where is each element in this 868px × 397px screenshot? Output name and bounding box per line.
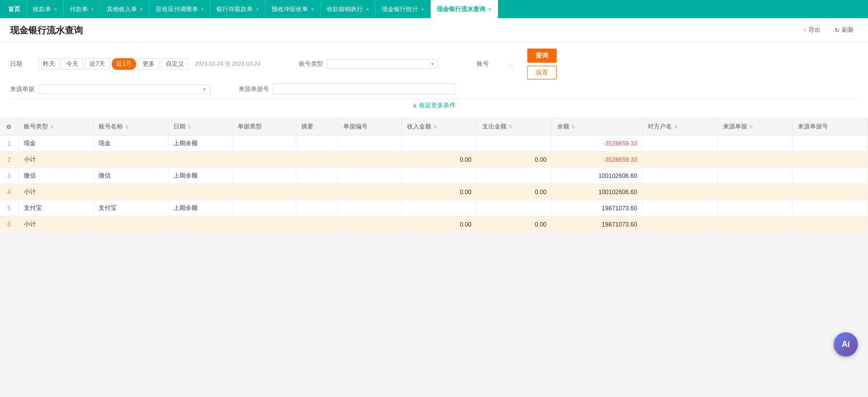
- cell-account-name: [93, 184, 168, 200]
- date-btn-more[interactable]: 更多: [138, 58, 159, 70]
- collapse-bar[interactable]: ∧ 收起更多条件: [10, 99, 858, 112]
- table-row: 6 小计 0.00 0.00 19871073.60: [0, 216, 868, 233]
- page-title: 现金银行流水查询: [10, 24, 83, 36]
- source-doc-no-label: 来源单据号: [239, 85, 269, 94]
- table-row: 2 小计 0.00 0.00 -3528659.33: [0, 152, 868, 168]
- cell-account-type: 微信: [18, 168, 93, 184]
- cell-no: 4: [0, 184, 18, 200]
- th-account-type[interactable]: 账号类型 ⇅: [18, 118, 93, 136]
- close-bank-deposit-icon[interactable]: ×: [256, 7, 259, 12]
- close-receipt-icon[interactable]: ×: [54, 7, 57, 12]
- th-income-label: 收入金额: [407, 122, 431, 131]
- table-header-row: ⚙ 账号类型 ⇅ 账号名称 ⇅ 日期: [0, 118, 868, 136]
- th-counterparty[interactable]: 对方户名 ⇅: [643, 118, 717, 136]
- nav-tab-bank-deposit[interactable]: 银行存取款单 ×: [210, 0, 265, 18]
- th-source-doc[interactable]: 来源单据 ⇅: [717, 118, 792, 136]
- nav-tab-payment[interactable]: 付款单 ×: [64, 0, 101, 18]
- account-type-select[interactable]: ▾: [327, 59, 438, 69]
- cell-income: 0.00: [402, 152, 477, 168]
- cell-expense: 0.00: [477, 152, 552, 168]
- nav-tab-advance-offset[interactable]: 预收冲应收单 ×: [265, 0, 321, 18]
- cell-source-doc: [717, 200, 792, 216]
- date-btn-1month[interactable]: 近1月: [112, 58, 136, 70]
- nav-tab-receivable-adjust[interactable]: 应收应付调整单 ×: [150, 0, 211, 18]
- cell-source-doc-no: [793, 136, 868, 152]
- close-cash-bank-stat-icon[interactable]: ×: [421, 7, 424, 12]
- cell-source-doc-no: [793, 152, 868, 168]
- close-advance-offset-icon[interactable]: ×: [311, 7, 314, 12]
- cell-account-name: [93, 152, 168, 168]
- th-counterparty-label: 对方户名: [648, 122, 672, 131]
- nav-tab-collection-exec[interactable]: 收款核销执行 ×: [321, 0, 376, 18]
- th-date-label: 日期: [173, 122, 186, 131]
- table-row: 1 现金 现金 上期余额 -3528659.33: [0, 136, 868, 152]
- cell-source-doc: [717, 168, 792, 184]
- cell-balance: 100102606.60: [552, 184, 643, 200]
- cell-account-type: 支付宝: [18, 200, 93, 216]
- sort-date-icon: ⇅: [188, 124, 192, 129]
- cell-date: [168, 216, 232, 233]
- th-expense[interactable]: 支出金额 ⇅: [477, 118, 552, 136]
- th-date[interactable]: 日期 ⇅: [168, 118, 232, 136]
- nav-tab-receipt[interactable]: 收款单 ×: [27, 0, 64, 18]
- source-doc-no-input[interactable]: [273, 83, 455, 95]
- cell-summary: [296, 184, 338, 200]
- table-row: 5 支付宝 支付宝 上期余额 19871073.60: [0, 200, 868, 216]
- header-actions: ↑ 导出 ↻ 刷新: [799, 24, 858, 36]
- source-doc-select[interactable]: ▾: [38, 84, 210, 94]
- th-account-type-label: 账号类型: [24, 122, 48, 131]
- top-nav: 首页 收款单 × 付款单 × 其他收入单 × 应收应付调整单 × 银行存取款单 …: [0, 0, 868, 18]
- cell-account-type: 现金: [18, 136, 93, 152]
- th-summary-label: 摘要: [301, 123, 313, 130]
- export-button[interactable]: ↑ 导出: [799, 24, 825, 36]
- cell-income: 0.00: [402, 184, 477, 200]
- cell-no: 1: [0, 136, 18, 152]
- cell-counterparty: [643, 152, 717, 168]
- nav-tab-cash-bank-flow[interactable]: 现金银行流水查询 ×: [431, 0, 498, 18]
- th-balance[interactable]: 余额 ⇅: [552, 118, 643, 136]
- cell-doc-no: [338, 152, 401, 168]
- th-account-name[interactable]: 账号名称 ⇅: [93, 118, 168, 136]
- th-income[interactable]: 收入金额 ⇅: [402, 118, 477, 136]
- th-doc-type-label: 单据类型: [238, 123, 262, 130]
- th-settings[interactable]: ⚙: [0, 118, 18, 136]
- nav-tab-other-income[interactable]: 其他收入单 ×: [101, 0, 150, 18]
- close-cash-bank-flow-icon[interactable]: ×: [488, 7, 491, 12]
- table-body: 1 现金 现金 上期余额 -3528659.33 2 小计 0.00 0.00 …: [0, 136, 868, 233]
- close-payment-icon[interactable]: ×: [91, 7, 94, 12]
- cell-counterparty: [643, 136, 717, 152]
- date-btn-7days[interactable]: 近7天: [85, 58, 110, 70]
- settings-button[interactable]: 设置: [527, 66, 557, 79]
- close-collection-exec-icon[interactable]: ×: [366, 7, 369, 12]
- nav-tab-cash-bank-stat[interactable]: 现金银行统计 ×: [376, 0, 431, 18]
- sort-account-name-icon: ⇅: [125, 124, 129, 129]
- flow-table: ⚙ 账号类型 ⇅ 账号名称 ⇅ 日期: [0, 118, 868, 233]
- refresh-button[interactable]: ↻ 刷新: [831, 24, 858, 36]
- nav-tab-home[interactable]: 首页: [2, 0, 27, 18]
- table-row: 4 小计 0.00 0.00 100102606.60: [0, 184, 868, 200]
- cell-summary: [296, 216, 338, 233]
- account-dots[interactable]: ···: [505, 60, 515, 68]
- cell-counterparty: [643, 216, 717, 233]
- date-btn-yesterday[interactable]: 昨天: [38, 58, 60, 70]
- date-btn-custom[interactable]: 自定义: [161, 58, 189, 70]
- cell-doc-type: [232, 168, 296, 184]
- close-receivable-adjust-icon[interactable]: ×: [201, 7, 204, 12]
- th-doc-type: 单据类型: [232, 118, 296, 136]
- th-source-doc-label: 来源单据: [723, 122, 747, 131]
- filter-row-date: 日期 昨天 今天 近7天 近1月 更多 自定义 2023-02-24 至 202…: [10, 49, 858, 79]
- query-button[interactable]: 查询: [527, 49, 557, 63]
- close-other-income-icon[interactable]: ×: [140, 7, 143, 12]
- cell-doc-type: [232, 184, 296, 200]
- cell-no: 6: [0, 216, 18, 233]
- th-doc-no-label: 单据编号: [343, 123, 368, 130]
- date-btn-today[interactable]: 今天: [62, 58, 83, 70]
- cell-source-doc-no: [793, 200, 868, 216]
- cell-expense: [477, 136, 552, 152]
- sort-income-icon: ⇅: [433, 124, 437, 129]
- cell-date: 上期余额: [168, 200, 232, 216]
- cell-doc-type: [232, 152, 296, 168]
- cell-account-type: 小计: [18, 152, 93, 168]
- cell-expense: [477, 168, 552, 184]
- export-icon: ↑: [803, 27, 806, 34]
